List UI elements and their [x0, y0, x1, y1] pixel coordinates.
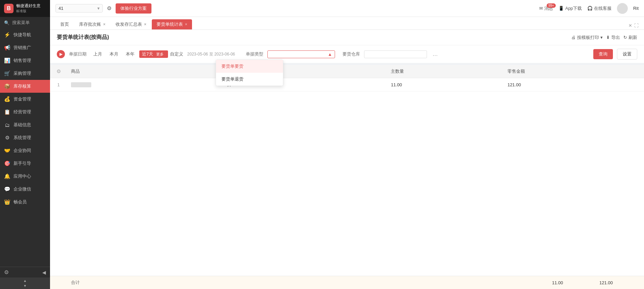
tab-receipt-summary[interactable]: 收发存汇总表 ×	[111, 19, 151, 29]
table-footer: 合计 11.00 121.00	[50, 276, 644, 289]
nav-label-operation: 经营管理	[14, 109, 31, 115]
date-up-month[interactable]: 上月	[91, 50, 105, 58]
table-header: ⚙ 商品 主计量单位 主数量 零售金额	[50, 65, 644, 78]
tab-label-receipt-summary: 收发存汇总表	[116, 21, 142, 27]
refresh-icon: ↻	[623, 35, 627, 40]
refresh-btn[interactable]: ↻ 刷新	[623, 35, 637, 41]
type-dropdown-popup: 要货单要货要货单退货	[216, 60, 283, 86]
search-menu-label: 搜索菜单	[12, 20, 30, 26]
dropdown-item-order-goods[interactable]: 要货单要货	[216, 60, 283, 73]
messages-btn[interactable]: ✉ 消息 99+	[539, 5, 553, 12]
date-shortcuts: 上月 本月 本年 近7天 更多 自定义	[91, 50, 183, 58]
logo-sub: 标准版	[16, 9, 41, 14]
type-input[interactable]: ▲	[267, 50, 335, 58]
column-settings-icon[interactable]: ⚙	[56, 68, 61, 74]
tab-order-stats[interactable]: 要货单统计表 ×	[152, 19, 192, 29]
date-current-month[interactable]: 本月	[107, 50, 121, 58]
close-all-tabs[interactable]: ✕ ⛶	[628, 23, 639, 29]
tabbar: 首页库存批次账 ×收发存汇总表 ×要货单统计表 × ✕ ⛶	[50, 17, 644, 30]
tab-close-inventory-batch[interactable]: ×	[103, 22, 105, 27]
warehouse-input[interactable]	[364, 50, 427, 58]
nav-icon-basic: 🗂	[4, 122, 10, 128]
sidebar-item-inventory[interactable]: 📦库存核算	[0, 80, 50, 93]
sidebar-item-operation[interactable]: 📋经营管理	[0, 106, 50, 118]
message-icon: ✉	[539, 6, 543, 11]
logo-name: 畅捷通好生意	[16, 3, 41, 9]
date-label: 单据日期	[69, 51, 87, 57]
col-settings[interactable]: ⚙	[50, 65, 67, 78]
sidebar-scroll-down[interactable]: ▼	[23, 283, 27, 288]
type-dropdown-arrow[interactable]: ▲	[328, 52, 332, 57]
sidebar-item-member[interactable]: 👑畅会员	[0, 196, 50, 208]
nav-label-shortcut: 快捷导航	[14, 32, 31, 38]
date-7days[interactable]: 近7天 更多	[139, 50, 168, 58]
row-goods: ██████	[67, 78, 222, 91]
trial-btn[interactable]: 体验行业方案	[116, 3, 151, 14]
sidebar-item-appcenter[interactable]: 🔔应用中心	[0, 170, 50, 183]
service-icon: 🎧	[587, 6, 593, 11]
topbar-gear-icon[interactable]: ⚙	[107, 5, 112, 12]
sidebar-item-enterprise[interactable]: 🤝企业协同	[0, 144, 50, 157]
query-btn[interactable]: 查询	[593, 49, 613, 59]
sidebar-item-basic[interactable]: 🗂基础信息	[0, 118, 50, 131]
export-btn[interactable]: ⬇ 导出	[606, 35, 620, 41]
nav-icon-newguide: 🎯	[4, 160, 10, 166]
nav-label-appcenter: 应用中心	[14, 173, 31, 179]
app-download-btn[interactable]: 📱 App下载	[558, 5, 582, 12]
filter-expand-btn[interactable]: ▶	[57, 50, 65, 58]
logo-icon: B	[4, 4, 14, 13]
store-selector[interactable]: 41 ▾	[55, 4, 103, 13]
nav-label-enterprise: 企业协同	[14, 148, 31, 154]
type-input-field[interactable]	[270, 52, 328, 57]
tab-label-order-stats: 要货单统计表	[157, 21, 183, 27]
total-amount: 121.00	[599, 280, 640, 285]
dropdown-item-order-return[interactable]: 要货单退货	[216, 73, 283, 86]
filter-more-btn[interactable]: …	[432, 51, 438, 57]
nav-label-wechat: 企业微信	[14, 186, 31, 192]
user-avatar[interactable]	[617, 3, 628, 14]
store-dropdown-arrow: ▾	[97, 6, 100, 11]
sidebar-item-purchase[interactable]: 🛒采购管理	[0, 67, 50, 80]
print-btn[interactable]: 🖨 按模板打印 ▾	[571, 35, 603, 41]
tab-close-order-stats[interactable]: ×	[185, 22, 187, 27]
nav-icon-member: 👑	[4, 199, 10, 205]
nav-icon-enterprise: 🤝	[4, 148, 10, 154]
nav-icon-inventory: 📦	[4, 83, 10, 89]
sidebar-item-shortcut[interactable]: ⚡快捷导航	[0, 28, 50, 41]
export-label: 导出	[611, 35, 620, 41]
online-service-btn[interactable]: 🎧 在线客服	[587, 5, 612, 12]
filter-settings-btn[interactable]: 设置	[617, 49, 637, 60]
sidebar-collapse-btn[interactable]: ◀	[42, 270, 46, 275]
refresh-label: 刷新	[628, 35, 637, 41]
print-dropdown-arrow[interactable]: ▾	[600, 35, 603, 40]
nav-icon-marketing: 📢	[4, 45, 10, 51]
sidebar-item-wechat[interactable]: 💬企业微信	[0, 183, 50, 196]
sidebar-scroll-up[interactable]: ▲	[23, 278, 27, 283]
nav-icon-shortcut: ⚡	[4, 32, 10, 38]
nav-label-newguide: 新手引导	[14, 160, 31, 166]
table-row: 1 ██████ 块 11.00 121.00	[50, 78, 644, 91]
sidebar-item-system[interactable]: ⚙系统管理	[0, 131, 50, 144]
nav-label-system: 系统管理	[14, 135, 31, 141]
sidebar-nav: ⚡快捷导航📢营销推广📊销售管理🛒采购管理📦库存核算💰资金管理📋经营管理🗂基础信息…	[0, 28, 50, 267]
content-area: 要货单统计表(按商品) 🖨 按模板打印 ▾ ⬇ 导出 ↻ 刷新 ▶	[50, 30, 644, 289]
table-body: 1 ██████ 块 11.00 121.00	[50, 78, 644, 91]
nav-icon-operation: 📋	[4, 109, 10, 115]
row-amount: 121.00	[503, 78, 644, 91]
filter-bar: ▶ 单据日期 上月 本月 本年 近7天 更多 自定义 2023-05-06 至 …	[50, 45, 644, 63]
tab-close-receipt-summary[interactable]: ×	[144, 22, 146, 27]
sidebar-item-finance[interactable]: 💰资金管理	[0, 93, 50, 106]
sidebar-item-marketing[interactable]: 📢营销推广	[0, 41, 50, 54]
sidebar-item-newguide[interactable]: 🎯新手引导	[0, 157, 50, 170]
sidebar-item-sales[interactable]: 📊销售管理	[0, 54, 50, 67]
nav-icon-sales: 📊	[4, 58, 10, 64]
warehouse-input-field[interactable]	[367, 52, 424, 57]
date-range: 2023-05-06 至 2023-06-06	[187, 51, 235, 57]
tab-home[interactable]: 首页	[55, 19, 74, 29]
date-this-year[interactable]: 本年	[123, 50, 137, 58]
search-menu[interactable]: 🔍 搜索菜单	[0, 17, 50, 28]
nav-icon-purchase: 🛒	[4, 70, 10, 76]
date-custom[interactable]: 自定义	[170, 51, 183, 57]
tab-inventory-batch[interactable]: 库存批次账 ×	[74, 19, 110, 29]
settings-icon[interactable]: ⚙	[4, 269, 9, 275]
